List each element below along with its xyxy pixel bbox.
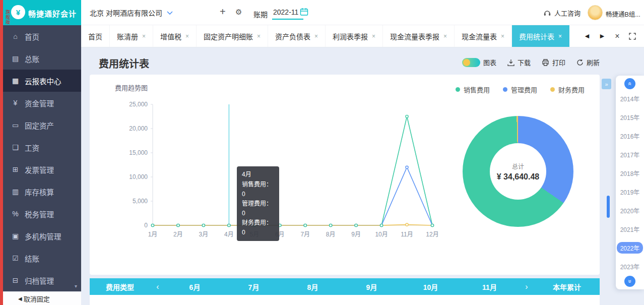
tab[interactable]: 账清册 × (110, 25, 153, 47)
brand-icon: ¥ (11, 5, 25, 19)
collapse-panel-button[interactable]: » (602, 79, 611, 89)
refresh-label: 刷新 (587, 57, 600, 67)
year-item[interactable]: 2022年 (617, 242, 643, 254)
support-button[interactable]: 人工咨询 (543, 0, 581, 25)
sidebar-item[interactable]: ⊟ 归档管理 (3, 269, 81, 291)
sidebar-item[interactable]: ▭ 固定资产 (3, 114, 81, 136)
tab-close-icon[interactable]: × (501, 33, 504, 40)
period-input[interactable]: 2022-11 (272, 6, 303, 20)
year-item[interactable]: 2014年 (617, 93, 643, 104)
tab-label: 现金流量表 (462, 31, 497, 41)
tab[interactable]: 增值税 × (153, 25, 197, 47)
tab-close-icon[interactable]: × (142, 33, 146, 40)
chart-toggle-label: 图表 (483, 57, 496, 67)
column-month: 7月 (224, 282, 283, 292)
chart-title: 费用趋势图 (115, 83, 148, 92)
tab[interactable]: 资产负债表 × (268, 25, 326, 47)
tabs-scroll-right-icon[interactable]: ▶ (595, 25, 610, 47)
sidebar-item[interactable]: ▣ 多机构管理 (3, 225, 81, 247)
sidebar-item[interactable]: ❑ 工资 (3, 136, 81, 158)
tab[interactable]: 首页 (81, 25, 110, 47)
tab-close-icon[interactable]: × (257, 33, 261, 40)
company-name: 北京 对啊酒店有限公司 (90, 8, 162, 18)
tooltip-title: 4月 (242, 170, 274, 179)
add-button[interactable]: + (220, 6, 226, 18)
unpin-sidebar-button[interactable]: ◀ 取消固定 (3, 291, 81, 305)
tab-close-icon[interactable]: × (558, 33, 562, 40)
year-item[interactable]: 2020年 (617, 205, 643, 216)
tab-close-icon[interactable]: × (185, 33, 189, 40)
ledger-icon: ▤ (11, 54, 20, 63)
print-icon (542, 59, 549, 66)
brand-logo[interactable]: 旗舰版 ¥ 畅捷通好会计 (3, 0, 81, 25)
tab-close-icon[interactable]: × (443, 33, 447, 40)
column-expense-type: 费用类型 (90, 282, 150, 292)
chart-view-toggle[interactable]: 图表 (462, 57, 496, 67)
scroll-years-up-button[interactable]: « (624, 78, 635, 89)
double-chevron-down-icon: » (626, 280, 633, 283)
user-avatar[interactable] (588, 5, 603, 20)
year-item[interactable]: 2018年 (617, 167, 643, 179)
svg-text:20,000: 20,000 (129, 125, 148, 132)
year-item[interactable]: 2015年 (617, 111, 643, 123)
year-item[interactable]: 2016年 (617, 130, 643, 142)
close-all-tabs-icon[interactable]: × (610, 25, 625, 47)
tabs-scroll-left-icon[interactable]: ◀ (579, 25, 595, 47)
tab[interactable]: 现金流量表 × (455, 25, 512, 47)
svg-text:9月: 9月 (351, 231, 361, 238)
print-button[interactable]: 打印 (542, 57, 565, 67)
company-selector[interactable]: 北京 对啊酒店有限公司 (90, 0, 173, 25)
year-selector-panel: « 2014年2015年2016年2017年2018年2019年2020年202… (616, 76, 644, 289)
sidebar-item[interactable]: ¥ 资金管理 (3, 92, 81, 114)
toggle-switch[interactable] (462, 58, 480, 67)
tab[interactable]: 费用统计表 × (512, 25, 569, 47)
scroll-years-down-button[interactable]: » (624, 276, 635, 287)
svg-text:10,000: 10,000 (129, 173, 148, 180)
refresh-button[interactable]: 刷新 (576, 57, 600, 67)
sidebar-item[interactable]: ▥ 库存核算 (3, 180, 81, 203)
donut-total-value: ¥ 34,640.48 (497, 172, 540, 181)
year-item[interactable]: 2019年 (617, 186, 643, 198)
multi-org-icon: ▣ (11, 232, 20, 240)
tab-label: 利润表季报 (333, 31, 368, 41)
svg-text:7月: 7月 (300, 231, 310, 238)
sidebar-item[interactable]: ⌂ 首页 (3, 25, 81, 47)
sidebar-item[interactable]: ▤ 总账 (3, 47, 81, 70)
year-item[interactable]: 2021年 (617, 223, 643, 235)
legend-item[interactable]: 管理费用 (503, 85, 537, 94)
tooltip-line: 管理费用：0 (242, 199, 274, 218)
sidebar-item[interactable]: ▦ 云报表中心 (3, 70, 81, 92)
year-item[interactable]: 2017年 (617, 149, 643, 160)
tab[interactable]: 现金流量表季报 × (383, 25, 455, 47)
sidebar-scroll-down-icon[interactable]: ▾ (75, 283, 77, 303)
tab-close-icon[interactable]: × (314, 33, 318, 40)
sidebar-item[interactable]: ⊞ 发票管理 (3, 158, 81, 180)
inventory-icon: ▥ (11, 188, 20, 196)
tab[interactable]: 利润表季报 × (326, 25, 383, 47)
calendar-icon[interactable] (300, 8, 308, 16)
sidebar-item[interactable]: % 税务管理 (3, 203, 81, 225)
next-months-icon[interactable]: › (519, 282, 534, 291)
prev-months-icon[interactable]: ‹ (150, 282, 165, 291)
sidebar-item[interactable]: ☑ 结账 (3, 247, 81, 269)
tab-close-icon[interactable]: × (372, 33, 375, 40)
year-item[interactable]: 2023年 (617, 261, 643, 272)
legend-item[interactable]: 销售费用 (456, 85, 490, 94)
gear-icon[interactable]: ⚙ (235, 8, 242, 17)
svg-text:2月: 2月 (173, 231, 183, 238)
page-title: 费用统计表 (99, 56, 149, 71)
tab[interactable]: 固定资产明细账 × (197, 25, 268, 47)
cloud-report-icon: ▦ (11, 77, 20, 85)
tab-label: 账清册 (117, 31, 138, 41)
vertical-scrollbar[interactable] (607, 196, 610, 218)
user-name[interactable]: 畅捷通B组... (606, 9, 640, 19)
column-year-total: 本年累计 (534, 282, 600, 292)
download-label: 下载 (518, 57, 531, 67)
expense-table-body (90, 295, 600, 305)
legend-item[interactable]: 财务费用 (550, 85, 585, 94)
svg-text:0: 0 (144, 222, 148, 229)
chevron-down-icon (167, 11, 173, 15)
fullscreen-icon[interactable] (625, 25, 640, 47)
download-button[interactable]: 下载 (507, 57, 531, 67)
column-month: 6月 (165, 282, 224, 292)
